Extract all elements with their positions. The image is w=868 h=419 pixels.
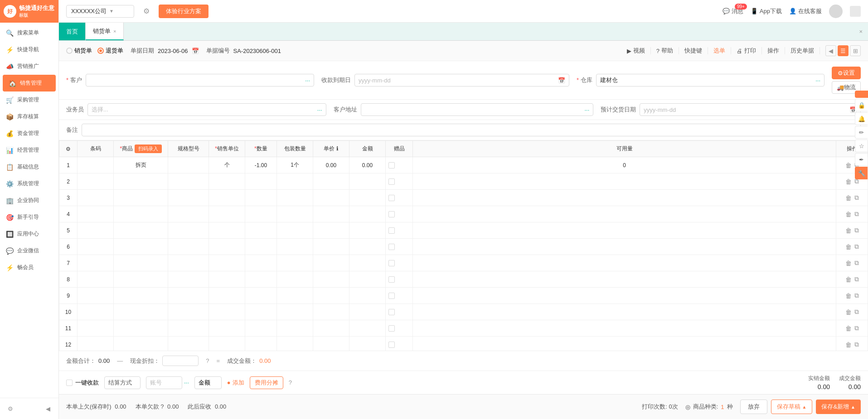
row-spec[interactable] bbox=[168, 304, 209, 320]
row-spec[interactable] bbox=[168, 337, 209, 351]
row-unit[interactable] bbox=[209, 206, 245, 222]
right-panel-tool-icon[interactable]: 🔧 bbox=[855, 167, 868, 179]
sidebar-item-search[interactable]: 🔍 搜索菜单 bbox=[0, 24, 58, 41]
due-date-calendar-icon[interactable]: 📅 bbox=[558, 77, 565, 84]
copy-row-icon[interactable]: ⧉ bbox=[854, 275, 859, 283]
row-amount[interactable] bbox=[349, 190, 386, 206]
delete-row-icon[interactable]: 🗑 bbox=[845, 260, 852, 267]
row-barcode[interactable] bbox=[78, 239, 114, 255]
row-barcode[interactable] bbox=[78, 255, 114, 271]
operations-btn[interactable]: 操作 bbox=[767, 47, 779, 55]
delete-row-icon[interactable]: 🗑 bbox=[845, 276, 852, 283]
row-barcode[interactable] bbox=[78, 320, 114, 337]
trial-button[interactable]: 体验行业方案 bbox=[159, 5, 209, 18]
topbar-settings-icon[interactable]: ⚙ bbox=[140, 5, 153, 18]
row-unit[interactable] bbox=[209, 271, 245, 288]
grid-view-btn[interactable]: ⊞ bbox=[850, 45, 861, 56]
delete-row-icon[interactable]: 🗑 bbox=[845, 308, 852, 316]
discard-button[interactable]: 放弃 bbox=[740, 400, 767, 414]
row-gift[interactable] bbox=[386, 157, 413, 173]
row-unit-price[interactable] bbox=[313, 206, 349, 222]
row-amount[interactable] bbox=[349, 206, 386, 222]
save-draft-button[interactable]: 保存草稿 ▲ bbox=[771, 400, 813, 414]
copy-row-icon[interactable]: ⧉ bbox=[854, 324, 859, 332]
pay-account-input[interactable]: 账号 bbox=[146, 376, 182, 389]
row-barcode[interactable] bbox=[78, 173, 114, 190]
copy-row-icon[interactable]: ⧉ bbox=[854, 243, 859, 250]
row-amount[interactable] bbox=[349, 239, 386, 255]
row-spec[interactable] bbox=[168, 190, 209, 206]
delete-row-icon[interactable]: 🗑 bbox=[845, 325, 852, 332]
row-barcode[interactable] bbox=[78, 157, 114, 173]
row-amount[interactable]: 0.00 bbox=[349, 157, 386, 173]
row-quantity[interactable]: -1.00 bbox=[245, 157, 277, 173]
row-amount[interactable] bbox=[349, 304, 386, 320]
right-panel-bell-icon[interactable]: 🔔 bbox=[855, 112, 868, 125]
row-product[interactable] bbox=[114, 190, 168, 206]
row-quantity[interactable] bbox=[245, 222, 277, 239]
row-unit[interactable] bbox=[209, 173, 245, 190]
row-barcode[interactable] bbox=[78, 288, 114, 304]
row-gift[interactable] bbox=[386, 337, 413, 351]
copy-row-icon[interactable]: ⧉ bbox=[854, 341, 859, 348]
copy-row-icon[interactable]: ⧉ bbox=[854, 210, 859, 218]
row-unit-price[interactable] bbox=[313, 190, 349, 206]
customer-address-input[interactable]: ··· bbox=[361, 103, 594, 116]
row-unit-price[interactable] bbox=[313, 239, 349, 255]
row-pkg-qty[interactable] bbox=[277, 190, 313, 206]
sidebar-item-operations[interactable]: 📊 经营管理 bbox=[0, 142, 58, 159]
row-gift[interactable] bbox=[386, 304, 413, 320]
row-product[interactable] bbox=[114, 222, 168, 239]
right-panel-star-icon[interactable]: ☆ bbox=[855, 140, 868, 152]
cash-discount-input[interactable] bbox=[162, 356, 199, 366]
list-view-btn[interactable]: ☰ bbox=[838, 45, 849, 56]
row-unit-price[interactable] bbox=[313, 320, 349, 337]
fee-split-btn[interactable]: 费用分摊 bbox=[250, 376, 283, 389]
delivery-date-input[interactable]: yyyy-mm-dd 📅 bbox=[640, 103, 861, 116]
row-pkg-qty[interactable] bbox=[277, 304, 313, 320]
gift-checkbox[interactable] bbox=[388, 309, 395, 315]
row-product[interactable] bbox=[114, 288, 168, 304]
right-panel-lock-icon[interactable]: 🔒 bbox=[855, 99, 868, 111]
row-quantity[interactable] bbox=[245, 271, 277, 288]
row-gift[interactable] bbox=[386, 190, 413, 206]
fee-help-icon[interactable]: ? bbox=[289, 379, 292, 386]
row-pkg-qty[interactable] bbox=[277, 222, 313, 239]
copy-row-icon[interactable]: ⧉ bbox=[854, 292, 859, 299]
one-click-checkbox[interactable] bbox=[66, 380, 73, 386]
row-product[interactable] bbox=[114, 271, 168, 288]
row-gift[interactable] bbox=[386, 255, 413, 271]
tab-sale-order[interactable]: 销货单 × bbox=[86, 23, 124, 40]
row-quantity[interactable] bbox=[245, 288, 277, 304]
row-unit-price[interactable] bbox=[313, 271, 349, 288]
right-panel-edit-icon[interactable]: ✏ bbox=[855, 126, 868, 139]
row-quantity[interactable] bbox=[245, 337, 277, 351]
tab-close-icon[interactable]: × bbox=[113, 29, 116, 34]
gift-checkbox[interactable] bbox=[388, 195, 395, 201]
row-spec[interactable] bbox=[168, 255, 209, 271]
sidebar-item-guide[interactable]: 🎯 新手引导 bbox=[0, 209, 58, 226]
customer-dots-icon[interactable]: ··· bbox=[305, 77, 310, 84]
print-btn[interactable]: 🖨 打印 bbox=[737, 47, 756, 55]
collapse-btn[interactable]: ◀ bbox=[41, 402, 55, 415]
sidebar-item-finance[interactable]: 💰 资金管理 bbox=[0, 125, 58, 142]
row-product[interactable] bbox=[114, 239, 168, 255]
row-amount[interactable] bbox=[349, 255, 386, 271]
delete-row-icon[interactable]: 🗑 bbox=[845, 178, 852, 185]
row-pkg-qty[interactable] bbox=[277, 255, 313, 271]
row-spec[interactable] bbox=[168, 157, 209, 173]
prev-view-btn[interactable]: ◀ bbox=[825, 45, 836, 56]
row-spec[interactable] bbox=[168, 173, 209, 190]
delete-row-icon[interactable]: 🗑 bbox=[845, 227, 852, 234]
sidebar-item-basic[interactable]: 📋 基础信息 bbox=[0, 159, 58, 175]
row-gift[interactable] bbox=[386, 239, 413, 255]
user-avatar[interactable] bbox=[829, 5, 843, 18]
gift-checkbox[interactable] bbox=[388, 325, 395, 332]
warehouse-input[interactable]: 建材仓 ··· bbox=[596, 74, 824, 87]
sidebar-item-appstore[interactable]: 🔲 应用中心 bbox=[0, 226, 58, 242]
address-dots-icon[interactable]: ··· bbox=[585, 106, 590, 113]
row-unit[interactable] bbox=[209, 304, 245, 320]
row-pkg-qty[interactable]: 1个 bbox=[277, 157, 313, 173]
row-barcode[interactable] bbox=[78, 206, 114, 222]
row-quantity[interactable] bbox=[245, 173, 277, 190]
